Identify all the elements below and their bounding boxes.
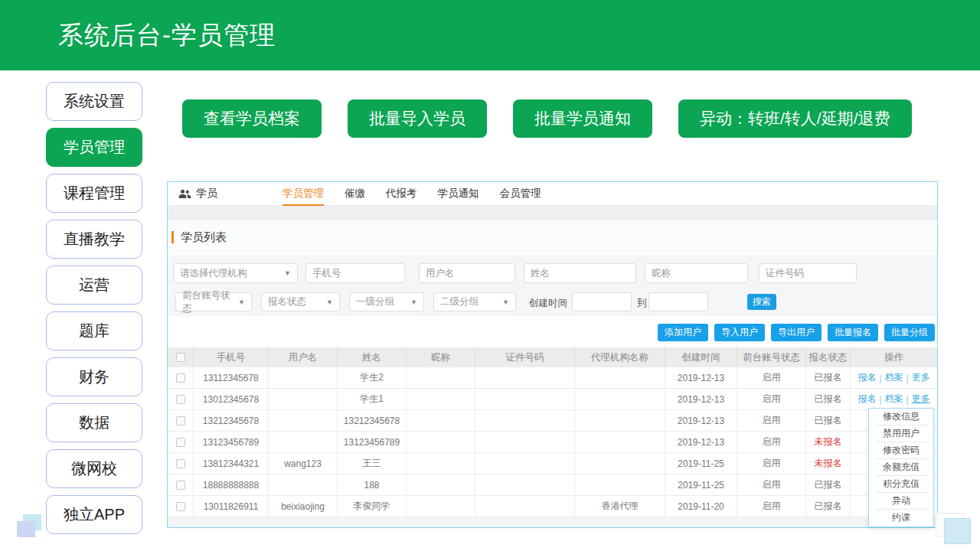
menu-item-积分充值[interactable]: 积分充值 bbox=[869, 476, 933, 492]
action-link-separator: | bbox=[879, 373, 881, 383]
sidebar-item-独立APP[interactable]: 独立APP bbox=[46, 495, 142, 534]
table-row: 13123456789131234567892019-12-13启用未报名 bbox=[168, 432, 937, 453]
filter-select-一级分组[interactable]: 一级分组▼ bbox=[349, 292, 424, 311]
row-select-cell bbox=[168, 432, 194, 452]
menu-item-异动[interactable]: 异动 bbox=[869, 493, 933, 509]
row-checkbox[interactable] bbox=[176, 416, 185, 425]
cell-created: 2019-12-13 bbox=[665, 389, 737, 409]
action-link-更多[interactable]: 更多 bbox=[912, 393, 930, 406]
action-link-更多[interactable]: 更多 bbox=[912, 371, 930, 384]
cell-username bbox=[269, 389, 338, 409]
bulk-button-批量报名[interactable]: 批量报名 bbox=[828, 324, 878, 341]
cell-nickname bbox=[407, 453, 475, 474]
header-cell-代理机构名称: 代理机构名称 bbox=[575, 347, 665, 367]
filter-input-昵称[interactable]: 昵称 bbox=[645, 263, 748, 283]
filter-input-姓名[interactable]: 姓名 bbox=[524, 263, 636, 283]
row-checkbox[interactable] bbox=[176, 502, 185, 511]
to-label: 到 bbox=[637, 297, 647, 310]
tab-学员管理[interactable]: 学员管理 bbox=[283, 182, 324, 206]
header-cell-报名状态: 报名状态 bbox=[806, 347, 851, 367]
cell-account_status: 启用 bbox=[737, 453, 806, 474]
cell-nickname bbox=[407, 410, 475, 431]
cell-phone: 13212345678 bbox=[194, 410, 269, 431]
cell-created: 2019-12-13 bbox=[665, 410, 737, 431]
sidebar-item-题库[interactable]: 题库 bbox=[46, 311, 142, 350]
filter-select-二级分组[interactable]: 二级分组▼ bbox=[433, 292, 516, 311]
row-checkbox[interactable] bbox=[176, 373, 185, 383]
chevron-down-icon: ▼ bbox=[326, 298, 333, 306]
sidebar-item-系统设置[interactable]: 系统设置 bbox=[46, 82, 142, 121]
quick-action-button[interactable]: 批量导入学员 bbox=[348, 99, 487, 138]
students-icon bbox=[178, 189, 191, 199]
sidebar-item-数据[interactable]: 数据 bbox=[46, 403, 142, 442]
cell-nickname bbox=[407, 389, 475, 409]
cell-agency bbox=[575, 432, 665, 452]
created-time-start-input[interactable] bbox=[572, 292, 632, 311]
filter-input-用户名[interactable]: 用户名 bbox=[419, 263, 515, 283]
cell-reg_status: 已报名 bbox=[806, 474, 851, 495]
menu-item-约课[interactable]: 约课 bbox=[869, 510, 933, 526]
select-all-checkbox[interactable] bbox=[176, 353, 185, 362]
cell-name: 学生2 bbox=[338, 367, 407, 388]
row-select-cell bbox=[168, 389, 194, 409]
cell-reg_status: 已报名 bbox=[806, 496, 851, 517]
cell-agency: 香港代理 bbox=[575, 496, 665, 517]
tab-学员通知[interactable]: 学员通知 bbox=[438, 182, 479, 206]
cell-name: 188 bbox=[338, 474, 407, 495]
cell-username: beixiaojing bbox=[269, 496, 338, 517]
bulk-button-添加用户[interactable]: 添加用户 bbox=[658, 324, 708, 341]
table-row: 13011826911beixiaojing李俊同学香港代理2019-11-20… bbox=[168, 496, 937, 517]
action-link-档案[interactable]: 档案 bbox=[885, 371, 903, 384]
quick-action-button[interactable]: 异动：转班/转人/延期/退费 bbox=[678, 99, 912, 138]
action-link-报名[interactable]: 报名 bbox=[858, 393, 876, 406]
action-link-档案[interactable]: 档案 bbox=[885, 393, 903, 406]
chevron-down-icon: ▼ bbox=[238, 298, 245, 306]
tab-会员管理[interactable]: 会员管理 bbox=[500, 182, 541, 206]
sidebar-item-学员管理[interactable]: 学员管理 bbox=[46, 128, 142, 167]
cell-account_status: 启用 bbox=[737, 389, 806, 409]
row-select-cell bbox=[168, 474, 194, 495]
filter-select-请选择代理机构[interactable]: 请选择代理机构▼ bbox=[173, 263, 298, 283]
quick-action-button[interactable]: 批量学员通知 bbox=[513, 99, 652, 138]
cell-phone: 18888888888 bbox=[194, 474, 269, 495]
filter-input-证件号码[interactable]: 证件号码 bbox=[759, 263, 857, 283]
cell-agency bbox=[575, 453, 665, 474]
sidebar-item-课程管理[interactable]: 课程管理 bbox=[46, 174, 142, 213]
menu-item-修改密码[interactable]: 修改密码 bbox=[869, 442, 933, 458]
cell-reg_status: 已报名 bbox=[806, 410, 851, 431]
search-button[interactable]: 搜索 bbox=[747, 294, 776, 310]
row-checkbox[interactable] bbox=[176, 438, 185, 447]
filter-select-前台账号状态[interactable]: 前台账号状态▼ bbox=[175, 292, 252, 311]
sidebar-item-微网校[interactable]: 微网校 bbox=[46, 449, 142, 488]
bulk-button-批量分组[interactable]: 批量分组 bbox=[884, 324, 935, 341]
sidebar-item-直播教学[interactable]: 直播教学 bbox=[46, 220, 142, 259]
cell-nickname bbox=[407, 496, 475, 517]
menu-item-余额充值[interactable]: 余额充值 bbox=[869, 459, 933, 475]
created-time-end-input[interactable] bbox=[648, 292, 708, 311]
cell-agency bbox=[575, 389, 665, 409]
row-checkbox[interactable] bbox=[176, 481, 185, 490]
table-row: 188888888881882019-11-25启用已报名 bbox=[168, 474, 937, 496]
sidebar-item-财务[interactable]: 财务 bbox=[46, 357, 142, 396]
bulk-button-导出用户[interactable]: 导出用户 bbox=[771, 324, 822, 341]
cell-nickname bbox=[407, 474, 475, 495]
filter-select-报名状态[interactable]: 报名状态▼ bbox=[261, 292, 340, 311]
bulk-button-导入用户[interactable]: 导入用户 bbox=[714, 324, 765, 341]
decorative-square bbox=[944, 518, 971, 544]
cell-name: 13212345678 bbox=[338, 410, 407, 431]
action-link-separator: | bbox=[906, 394, 909, 405]
table-header-row: 手机号用户名姓名昵称证件号码代理机构名称创建时间前台账号状态报名状态操作 bbox=[168, 347, 937, 367]
tab-催缴[interactable]: 催缴 bbox=[345, 182, 365, 206]
chevron-down-icon: ▼ bbox=[284, 269, 291, 277]
row-checkbox[interactable] bbox=[176, 459, 185, 468]
cell-nickname bbox=[407, 432, 475, 452]
cell-id_number bbox=[475, 496, 575, 517]
filter-input-手机号[interactable]: 手机号 bbox=[305, 263, 405, 283]
menu-item-禁用用户[interactable]: 禁用用户 bbox=[869, 425, 933, 442]
row-checkbox[interactable] bbox=[176, 395, 185, 404]
quick-action-button[interactable]: 查看学员档案 bbox=[182, 99, 322, 138]
sidebar-item-运营[interactable]: 运营 bbox=[46, 266, 142, 305]
action-link-报名[interactable]: 报名 bbox=[858, 371, 876, 384]
menu-item-修改信息[interactable]: 修改信息 bbox=[869, 409, 933, 425]
tab-代报考[interactable]: 代报考 bbox=[386, 182, 417, 206]
